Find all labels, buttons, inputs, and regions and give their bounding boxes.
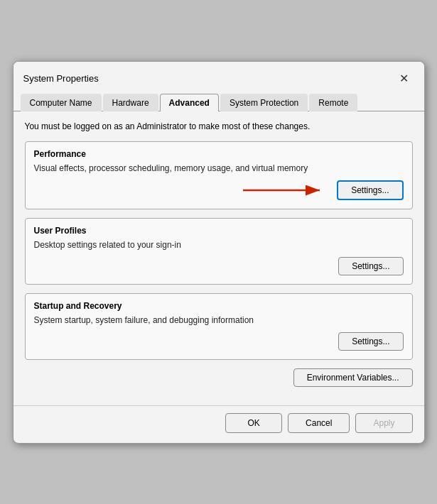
dialog-footer: OK Cancel Apply (14, 405, 424, 443)
startup-recovery-section: Startup and Recovery System startup, sys… (25, 293, 413, 360)
arrow-indicator (34, 180, 329, 200)
user-profiles-settings-row: Settings... (34, 257, 404, 275)
user-profiles-title: User Profiles (34, 226, 404, 236)
cancel-button[interactable]: Cancel (288, 413, 350, 433)
tab-bar: Computer Name Hardware Advanced System P… (14, 89, 424, 111)
red-arrow-icon (243, 180, 328, 200)
performance-title: Performance (34, 149, 404, 159)
performance-settings-button[interactable]: Settings... (337, 180, 403, 200)
user-profiles-section: User Profiles Desktop settings related t… (25, 218, 413, 285)
title-bar: System Properties ✕ (14, 62, 424, 89)
window-title: System Properties (23, 73, 99, 84)
apply-button[interactable]: Apply (355, 413, 412, 433)
startup-recovery-title: Startup and Recovery (34, 301, 404, 311)
env-variables-button[interactable]: Environment Variables... (293, 368, 413, 387)
user-profiles-settings-button[interactable]: Settings... (338, 257, 403, 275)
startup-recovery-desc: System startup, system failure, and debu… (34, 315, 404, 325)
env-variables-row: Environment Variables... (25, 368, 413, 387)
performance-settings-row: Settings... (34, 180, 404, 200)
system-properties-window: System Properties ✕ Computer Name Hardwa… (13, 61, 425, 444)
tab-remote[interactable]: Remote (309, 94, 357, 111)
performance-section: Performance Visual effects, processor sc… (25, 141, 413, 209)
performance-desc: Visual effects, processor scheduling, me… (34, 163, 404, 173)
startup-recovery-settings-button[interactable]: Settings... (338, 332, 403, 351)
tab-hardware[interactable]: Hardware (103, 94, 158, 111)
ok-button[interactable]: OK (225, 413, 282, 433)
tab-content: You must be logged on as an Administrato… (14, 111, 424, 405)
close-button[interactable]: ✕ (394, 69, 414, 89)
tab-computer-name[interactable]: Computer Name (21, 94, 102, 111)
tab-advanced[interactable]: Advanced (160, 94, 219, 111)
startup-recovery-settings-row: Settings... (34, 332, 404, 351)
admin-notice: You must be logged on as an Administrato… (25, 121, 413, 131)
user-profiles-desc: Desktop settings related to your sign-in (34, 240, 404, 250)
tab-system-protection[interactable]: System Protection (220, 94, 308, 111)
